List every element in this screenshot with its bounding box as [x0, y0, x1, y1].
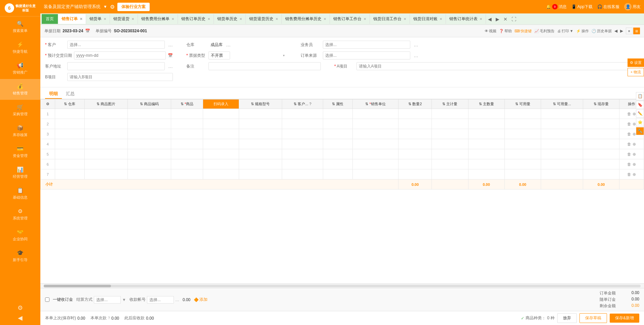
history-button[interactable]: 🕐 历史单据: [592, 29, 612, 34]
delete-icon-5[interactable]: 🗑: [627, 152, 631, 157]
tab-sales-single[interactable]: 销货单 ✕: [86, 14, 110, 24]
scrollbar-thumb[interactable]: [44, 285, 111, 287]
row-scan-6[interactable]: [203, 159, 239, 169]
row-current-3[interactable]: [583, 129, 619, 139]
row-product-5[interactable]: [171, 149, 203, 159]
row-qty2-1[interactable]: [399, 109, 432, 119]
sidebar-item-sales[interactable]: 💰 销售管理: [0, 79, 40, 100]
row-image-4[interactable]: [84, 139, 128, 149]
tab-return-history[interactable]: 销货退货历史 ✕: [246, 14, 282, 24]
settings-panel-button[interactable]: ⚙ 设置: [628, 58, 644, 67]
sidebar-item-system[interactable]: ⚙ 系统管理: [0, 204, 40, 225]
row-unit-5[interactable]: [352, 149, 399, 159]
tab-close[interactable]: ✕: [172, 17, 174, 21]
row-qty2-3[interactable]: [399, 129, 432, 139]
row-warehouse-3[interactable]: [55, 129, 84, 139]
row-unit-6[interactable]: [352, 159, 399, 169]
row-available-5[interactable]: [504, 149, 541, 159]
delete-icon-6[interactable]: 🗑: [627, 162, 631, 167]
row-scan-1[interactable]: [203, 109, 239, 119]
delete-icon-2[interactable]: 🗑: [627, 122, 631, 126]
row-current-7[interactable]: [583, 169, 619, 179]
tab-next-button[interactable]: ▶: [494, 15, 501, 23]
row-main-qty-3[interactable]: [468, 129, 504, 139]
tab-sales-order[interactable]: 销售订单 ✕: [58, 14, 86, 24]
col-scan[interactable]: 扫码录入: [203, 99, 239, 109]
sort-icon9[interactable]: ⇅: [408, 102, 411, 106]
col-settings[interactable]: ⚙: [41, 99, 55, 109]
sidebar-item-collab[interactable]: 🤝 企业协同: [0, 225, 40, 246]
row-product-1[interactable]: [171, 109, 203, 119]
tab-prev-button[interactable]: ◀: [486, 15, 494, 23]
b-project-input[interactable]: [67, 73, 173, 81]
row-main-qty-1[interactable]: [468, 109, 504, 119]
copy-icon-6[interactable]: ⊕: [633, 162, 636, 167]
row-customer-code-3[interactable]: [282, 129, 323, 139]
copy-icon-2[interactable]: ⊕: [633, 122, 636, 126]
row-customer-code-6[interactable]: [282, 159, 323, 169]
row-product-2[interactable]: [171, 119, 203, 129]
sidebar-item-guide[interactable]: 🎓 新手引导: [0, 246, 40, 267]
shortcut-button[interactable]: ⌨ 快捷键: [515, 29, 532, 34]
tab-daily-clear[interactable]: 钱货日清工作台 ✕: [370, 14, 410, 24]
row-spec-7[interactable]: [239, 169, 282, 179]
row-current-5[interactable]: [583, 149, 619, 159]
row-current-2[interactable]: [583, 119, 619, 129]
row-main-unit-2[interactable]: [432, 119, 468, 129]
online-service-button[interactable]: 🎧 在线客服: [597, 4, 619, 10]
tab-summary[interactable]: 汇总: [62, 89, 79, 99]
delete-icon-4[interactable]: 🗑: [627, 142, 631, 147]
print-button[interactable]: 🖨 打印 ▼: [557, 29, 573, 34]
row-product-3[interactable]: [171, 129, 203, 139]
row-code-1[interactable]: [128, 109, 171, 119]
row-main-unit-7[interactable]: [432, 169, 468, 179]
prev-record-icon[interactable]: ◀: [614, 29, 617, 33]
tab-close2[interactable]: ✕: [207, 17, 210, 21]
row-qty2-6[interactable]: [399, 159, 432, 169]
copy-icon-3[interactable]: ⊕: [633, 132, 636, 136]
row-customer-code-5[interactable]: [282, 149, 323, 159]
sidebar-item-basic-info[interactable]: 📋 基础信息: [0, 183, 40, 204]
row-available2-6[interactable]: [541, 159, 583, 169]
sidebar-item-management[interactable]: 📊 经营管理: [0, 162, 40, 183]
row-image-3[interactable]: [84, 129, 128, 139]
save-draft-button[interactable]: 保存草稿: [579, 313, 607, 323]
add-button[interactable]: 🔶 添加: [194, 297, 207, 302]
row-available-2[interactable]: [504, 119, 541, 129]
row-product-6[interactable]: [171, 159, 203, 169]
row-main-qty-4[interactable]: [468, 139, 504, 149]
sort-icon11[interactable]: ⇅: [479, 102, 482, 106]
tab-close6[interactable]: ✕: [364, 17, 366, 21]
row-available-7[interactable]: [504, 169, 541, 179]
tab-order-history[interactable]: 销售订单历史 ✕: [178, 14, 214, 24]
row-spec-5[interactable]: [239, 149, 282, 159]
sort-icon12[interactable]: ⇅: [515, 102, 518, 106]
row-spec-2[interactable]: [239, 119, 282, 129]
row-current-6[interactable]: [583, 159, 619, 169]
salesperson-input[interactable]: [323, 41, 410, 49]
user-menu-button[interactable]: 👤 用友: [624, 3, 641, 10]
row-attr-4[interactable]: [323, 139, 353, 149]
delete-icon-1[interactable]: 🗑: [627, 112, 631, 116]
row-current-1[interactable]: [583, 109, 619, 119]
sort-icon2[interactable]: ⇅: [97, 102, 100, 106]
tab-return[interactable]: 销货退货 ✕: [110, 14, 138, 24]
account-dots[interactable]: …: [175, 297, 179, 302]
row-code-6[interactable]: [128, 159, 171, 169]
delivery-date-input[interactable]: [74, 51, 166, 59]
sort-icon4[interactable]: ⇅: [181, 102, 184, 106]
row-spec-4[interactable]: [239, 139, 282, 149]
copy-icon-1[interactable]: ⊕: [633, 112, 636, 116]
help-button[interactable]: ❓ 帮助: [499, 29, 512, 34]
sort-icon6[interactable]: ⇅: [294, 102, 297, 106]
sort-icon8[interactable]: ⇅: [365, 102, 368, 106]
row-main-unit-5[interactable]: [432, 149, 468, 159]
row-main-unit-1[interactable]: [432, 109, 468, 119]
help-tooltip-icon[interactable]: ?: [309, 102, 311, 106]
row-image-5[interactable]: [84, 149, 128, 159]
row-warehouse-5[interactable]: [55, 149, 84, 159]
tab-invoice-history[interactable]: 销货单历史 ✕: [214, 14, 246, 24]
tab-close5[interactable]: ✕: [324, 17, 326, 21]
remark-input[interactable]: [209, 62, 321, 70]
invoice-type-select[interactable]: 不开票: [209, 51, 230, 59]
